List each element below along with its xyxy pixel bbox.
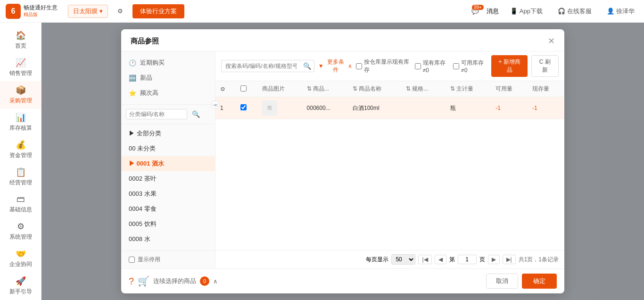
category-item-all[interactable]: ▶ 全部分类 — [121, 126, 215, 141]
gear-button[interactable]: ⚙ — [114, 6, 127, 17]
store-selector[interactable]: 日太阳膜 ▾ — [68, 5, 108, 18]
usable-nonzero-filter[interactable]: 可用库存≠0 — [453, 59, 487, 74]
first-page-button[interactable]: |◀ — [418, 255, 431, 264]
sidebar-label: 企业协同 — [9, 260, 32, 268]
checkbox-cell[interactable] — [236, 97, 257, 119]
confirm-button[interactable]: 确定 — [522, 274, 557, 289]
sidebar-item-资金管理[interactable]: 💰资金管理 — [0, 136, 41, 163]
col-spec: ⇅ 规格... — [401, 81, 446, 97]
layout: 🏠首页📈销售管理📦采购管理📊库存核算💰资金管理📋经营管理🗃基础信息⚙系统管理🤝企… — [0, 23, 644, 300]
quick-nav-频次高[interactable]: ⭐频次高 — [121, 85, 215, 100]
avatar: 👤 — [607, 8, 614, 15]
next-page-button[interactable]: ▶ — [488, 255, 500, 264]
sidebar-icon: 🗃 — [17, 194, 25, 204]
spec-cell — [401, 97, 446, 119]
warehouse-checkbox[interactable] — [356, 63, 362, 69]
col-stock: 现存量 — [528, 81, 564, 97]
page-number-input[interactable] — [458, 255, 477, 264]
page-label: 第 — [449, 256, 455, 264]
collapse-button[interactable]: ≪ — [211, 100, 220, 109]
filter-icon: ▼ — [318, 63, 324, 69]
stock-nonzero-label: 现有库存≠0 — [423, 59, 449, 74]
message-badge: 99+ — [472, 5, 484, 10]
select-all-checkbox[interactable] — [240, 85, 247, 92]
modal-overlay: 商品参照 ✕ 🕐近期购买🆕新品⭐频次高 ≪ 🔍 — [41, 23, 644, 300]
nav-right: 💬 99+ 消息 📱 App下载 🎧 在线客服 👤 徐泽华 — [471, 5, 638, 17]
add-product-button[interactable]: + 新增商品 — [491, 55, 527, 77]
sidebar-icon: 💰 — [16, 140, 26, 150]
sidebar-item-新手引导[interactable]: 🚀新手引导 — [0, 272, 41, 300]
refresh-button[interactable]: C 刷新 — [531, 55, 559, 77]
category-search-input[interactable] — [126, 109, 187, 119]
warehouse-filter[interactable]: 按仓库显示现有库存 — [356, 58, 411, 74]
col-checkbox[interactable] — [236, 81, 257, 97]
product-search-button[interactable]: 🔍 — [300, 60, 314, 72]
sidebar-item-企业协同[interactable]: 🤝企业协同 — [0, 245, 41, 272]
sidebar-icon: 📦 — [16, 85, 26, 95]
category-item-0004[interactable]: 0004 零食 — [121, 201, 215, 217]
sidebar-icon: 📋 — [16, 167, 26, 177]
unit-cell: 瓶 — [446, 97, 491, 119]
sidebar-label: 采购管理 — [9, 97, 32, 105]
display-disabled-checkbox[interactable] — [129, 257, 135, 263]
chevron-up-icon[interactable]: ∧ — [213, 278, 218, 285]
usable-nonzero-checkbox[interactable] — [453, 63, 459, 69]
footer-right: 取消 确定 — [486, 274, 557, 289]
row-checkbox[interactable] — [240, 104, 247, 110]
sidebar-item-销售管理[interactable]: 📈销售管理 — [0, 54, 41, 81]
category-item-0001[interactable]: ▶ 0001 酒水 — [121, 156, 215, 171]
product-search-input[interactable] — [222, 61, 300, 71]
category-item-0010[interactable]: 0010 家电 — [121, 247, 215, 250]
modal-body: 🕐近期购买🆕新品⭐频次高 ≪ 🔍 ▶ 全部分类00 未分类▶ 0001 酒水00… — [121, 51, 564, 268]
product-table: ⚙ 商品图片 ⇅ 商品... ⇅ 商品名称 ⇅ 规格... ⇅ 主计量 可用量 — [215, 81, 564, 119]
product-search-box: 🔍 — [221, 60, 314, 72]
table-header-row: ⚙ 商品图片 ⇅ 商品... ⇅ 商品名称 ⇅ 规格... ⇅ 主计量 可用量 — [215, 81, 564, 97]
logo-icon: 6 — [6, 4, 21, 19]
sidebar-item-经营管理[interactable]: 📋经营管理 — [0, 163, 41, 191]
app-download-btn[interactable]: 📱 App下载 — [506, 5, 546, 17]
table-row[interactable]: 1 图 000600... 白酒100ml 瓶 -1 -1 — [215, 97, 564, 119]
category-item-0002[interactable]: 0002 茶叶 — [121, 171, 215, 186]
usable-nonzero-label: 可用库存≠0 — [461, 59, 487, 74]
app-label: App下载 — [520, 7, 543, 16]
filter-button[interactable]: ▼ 更多条件 ∧ — [318, 58, 352, 74]
stock-nonzero-filter[interactable]: 现有库存≠0 — [415, 59, 449, 74]
category-item-00[interactable]: 00 未分类 — [121, 141, 215, 156]
col-code: ⇅ 商品... — [302, 81, 348, 97]
sidebar-item-基础信息[interactable]: 🗃基础信息 — [0, 191, 41, 217]
category-item-0008[interactable]: 0008 水 — [121, 232, 215, 247]
user-btn[interactable]: 👤 徐泽华 — [603, 5, 638, 17]
service-btn[interactable]: 🎧 在线客服 — [554, 5, 595, 17]
modal-left-panel: 🕐近期购买🆕新品⭐频次高 ≪ 🔍 ▶ 全部分类00 未分类▶ 0001 酒水00… — [121, 51, 215, 268]
prev-page-button[interactable]: ◀ — [435, 255, 446, 264]
logo-sub: 精品版 — [24, 11, 58, 18]
cart-icon[interactable]: 🛒 — [138, 275, 149, 287]
sidebar-icon: 📈 — [16, 58, 26, 68]
col-settings[interactable]: ⚙ — [215, 81, 236, 97]
category-search-button[interactable]: 🔍 — [189, 108, 203, 120]
message-btn[interactable]: 💬 99+ — [471, 8, 479, 15]
footer-left: ? 🛒 连续选择的商品 0 ∧ — [129, 275, 218, 287]
experience-button[interactable]: 体验行业方案 — [132, 4, 184, 18]
sidebar-item-首页[interactable]: 🏠首页 — [0, 26, 41, 54]
category-item-0003[interactable]: 0003 水果 — [121, 186, 215, 201]
sidebar: 🏠首页📈销售管理📦采购管理📊库存核算💰资金管理📋经营管理🗃基础信息⚙系统管理🤝企… — [0, 23, 41, 300]
category-item-0005[interactable]: 0005 饮料 — [121, 217, 215, 232]
stock-nonzero-checkbox[interactable] — [415, 63, 421, 69]
sidebar-item-采购管理[interactable]: 📦采购管理 — [0, 81, 41, 108]
help-icon[interactable]: ? — [129, 276, 134, 287]
sidebar-item-库存核算[interactable]: 📊库存核算 — [0, 108, 41, 136]
cancel-button[interactable]: 取消 — [486, 274, 518, 289]
col-img: 商品图片 — [257, 81, 302, 97]
store-name: 日太阳膜 — [73, 7, 98, 16]
modal-close-button[interactable]: ✕ — [548, 36, 555, 46]
sidebar-label: 系统管理 — [9, 233, 32, 241]
quick-nav-新品[interactable]: 🆕新品 — [121, 70, 215, 85]
sidebar-item-系统管理[interactable]: ⚙系统管理 — [0, 217, 41, 245]
last-page-button[interactable]: ▶| — [503, 255, 516, 264]
img-cell: 图 — [257, 97, 302, 119]
quick-nav-近期购买[interactable]: 🕐近期购买 — [121, 55, 215, 70]
page-suffix: 页 — [479, 256, 485, 264]
total-info: 共1页，1条记录 — [519, 256, 559, 264]
per-page-select[interactable]: 50 100 — [391, 254, 415, 265]
